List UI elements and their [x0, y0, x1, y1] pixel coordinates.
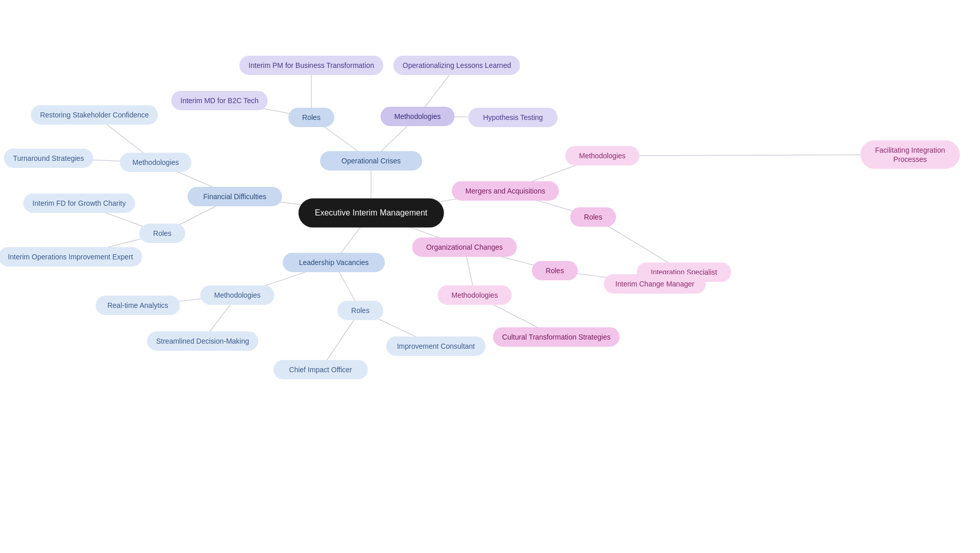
node-streamlined[interactable]: Streamlined Decision-Making [147, 331, 258, 351]
node-hypothesis[interactable]: Hypothesis Testing [469, 108, 558, 127]
node-realtime[interactable]: Real-time Analytics [96, 296, 180, 315]
node-operational-crises[interactable]: Operational Crises [320, 151, 422, 171]
node-restoring[interactable]: Restoring Stakeholder Confidence [31, 105, 158, 125]
node-financial-difficulties[interactable]: Financial Difficulties [188, 187, 282, 206]
node-interim-fd[interactable]: Interim FD for Growth Charity [23, 194, 135, 213]
node-methodologies-ma[interactable]: Methodologies [566, 146, 640, 165]
node-chief-impact[interactable]: Chief Impact Officer [274, 360, 368, 379]
node-cultural[interactable]: Cultural Transformation Strategies [493, 327, 620, 347]
node-interim-change[interactable]: Interim Change Manager [604, 274, 706, 294]
node-org-changes[interactable]: Organizational Changes [412, 237, 517, 257]
node-roles-fin[interactable]: Roles [139, 224, 185, 243]
node-methodologies-top[interactable]: Methodologies [381, 107, 455, 126]
node-mergers[interactable]: Mergers and Acquisitions [452, 181, 559, 201]
node-roles-org[interactable]: Roles [532, 261, 578, 280]
node-facilitating[interactable]: Facilitating Integration Processes [861, 140, 960, 169]
node-roles-lead[interactable]: Roles [337, 301, 383, 320]
node-methodologies-org[interactable]: Methodologies [438, 285, 512, 305]
node-interim-pm[interactable]: Interim PM for Business Transformation [239, 56, 383, 75]
center-node[interactable]: Executive Interim Management [299, 199, 444, 228]
node-interim-md[interactable]: Interim MD for B2C Tech [171, 91, 267, 110]
node-methodologies-fin[interactable]: Methodologies [120, 153, 191, 172]
node-turnaround[interactable]: Turnaround Strategies [4, 149, 93, 168]
node-roles-top[interactable]: Roles [288, 108, 334, 127]
node-roles-ma[interactable]: Roles [570, 207, 616, 227]
node-leadership-vacancies[interactable]: Leadership Vacancies [283, 253, 385, 272]
node-improvement[interactable]: Improvement Consultant [386, 336, 486, 356]
connections-svg [0, 0, 980, 553]
node-methodologies-lead[interactable]: Methodologies [201, 285, 275, 305]
mindmap-container: Executive Interim ManagementOperational … [0, 0, 980, 553]
node-operationalizing[interactable]: Operationalizing Lessons Learned [394, 56, 520, 75]
node-interim-ops[interactable]: Interim Operations Improvement Expert [0, 247, 142, 267]
